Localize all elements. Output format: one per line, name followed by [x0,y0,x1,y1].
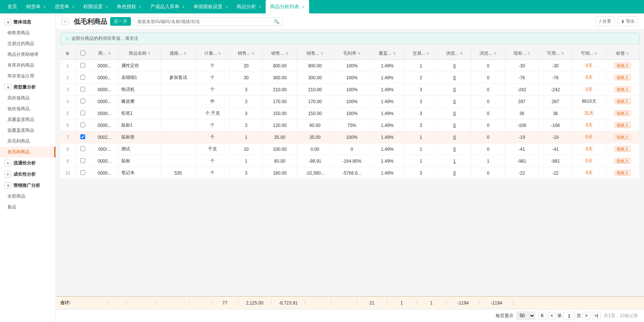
th-available[interactable]: 可用... ⇅ [539,47,572,60]
row-checkbox[interactable] [80,87,85,92]
cell-checkbox[interactable] [75,143,90,155]
search-input[interactable] [137,19,274,24]
cell-browse1[interactable]: 0 [438,167,471,179]
sidebar-item-high-margin[interactable]: 高毛利商品 [0,136,55,147]
filter-recent-month-btn[interactable]: 近一月 [110,17,131,26]
cell-browse1[interactable]: 1 [438,155,471,167]
sidebar-group-growth-title[interactable]: > 成长性分析 [0,169,55,180]
collapse-marketing-icon[interactable]: ∨ [4,182,11,189]
row-checkbox[interactable] [80,134,85,139]
cell-checkbox[interactable] [75,119,90,131]
row-checkbox[interactable] [80,99,85,103]
nav-role-auth[interactable]: 角色授权 × [112,0,146,13]
sidebar-item-new-goods[interactable]: 新品 [0,202,55,213]
collapse-circulation-icon[interactable]: > [4,160,11,166]
collapse-type-icon[interactable]: ∨ [4,84,11,90]
th-sale-qty[interactable]: 销售... ⇅ [229,47,263,60]
cell-browse1[interactable]: 0 [438,131,471,143]
cell-browse1[interactable]: 0 [438,84,471,96]
row-checkbox[interactable] [80,146,85,151]
th-unit[interactable]: 计量... ⇅ [196,47,229,60]
th-code[interactable]: 商... ⇅ [90,47,119,60]
row-checkbox[interactable] [80,122,85,127]
th-settings[interactable]: ⚙ [60,47,75,60]
sidebar-item-high-value[interactable]: 高价值商品 [0,93,55,103]
cell-checkbox[interactable] [75,131,90,143]
nav-product-analysis-list[interactable]: 商品分析列表 × [266,0,309,13]
nav-analysis-list-close[interactable]: × [302,4,304,9]
row-checkbox[interactable] [80,63,85,68]
sidebar-item-stock-funds[interactable]: 库存资金占用 [0,71,55,82]
sidebar-item-sales-goods[interactable]: 销售类商品 [0,28,55,38]
nav-permissions[interactable]: 权限设置 × [79,0,112,13]
cell-browse1[interactable]: 0 [438,72,471,84]
page-number-input[interactable] [563,312,575,320]
export-btn[interactable]: ⬇ 导出 [618,16,638,26]
sidebar-collapse-btn[interactable]: « [62,18,68,25]
last-page-btn[interactable]: >| [592,312,601,319]
sidebar-item-in-stock[interactable]: 有库存的商品 [0,60,55,71]
nav-role-close[interactable]: × [139,4,141,9]
th-trade-count[interactable]: 交易... ⇅ [404,47,438,60]
nav-purchase-close[interactable]: × [72,4,74,9]
th-current-stock[interactable]: 现有... ⇅ [505,47,538,60]
next-page-btn[interactable]: > [583,312,590,319]
row-checkbox[interactable] [80,158,85,163]
nav-template[interactable]: 单据模板设置 × [189,0,232,13]
nav-template-close[interactable]: × [225,4,228,9]
row-checkbox[interactable] [80,170,85,175]
cell-browse1[interactable]: 0 [438,143,471,155]
row-checkbox[interactable] [80,111,85,115]
nav-sales-close[interactable]: × [44,4,46,9]
cell-checkbox[interactable] [75,84,90,96]
cell-browse1[interactable]: 0 [438,96,471,108]
sidebar-group-type-title[interactable]: ∨ 类型量分析 [0,82,55,93]
cell-browse1[interactable]: 0 [438,60,471,72]
th-tag[interactable]: 标签 ⇅ [606,47,639,60]
sidebar-group-overall-title[interactable]: ∨ 整体信息 [0,16,55,28]
collapse-overall-icon[interactable]: ∨ [4,19,11,25]
sidebar-group-marketing-title[interactable]: ∨ 营销推广分析 [0,180,55,191]
nav-home[interactable]: 首页 [3,0,22,13]
th-sale-amount[interactable]: 销售... ⇅ [263,47,297,60]
th-name[interactable]: 商品名称 ⇅ [119,47,160,60]
cell-checkbox[interactable] [75,96,90,108]
cell-checkbox[interactable] [75,155,90,167]
sidebar-group-circulation-title[interactable]: > 流通性分析 [0,157,55,169]
th-saleable[interactable]: 可销... ⇅ [572,47,606,60]
sidebar-item-traded-goods[interactable]: 交易过的商品 [0,38,55,49]
sidebar-item-high-coverage[interactable]: 高覆盖度商品 [0,114,55,125]
cell-checkbox[interactable] [75,167,90,179]
page-size-select[interactable]: 50 100 200 [516,312,535,320]
share-btn[interactable]: ⤴ 分享 [596,16,615,26]
nav-analysis-close[interactable]: × [259,4,261,9]
sidebar-item-all-goods[interactable]: 全部商品 [0,191,55,202]
sidebar-item-low-value[interactable]: 低价值商品 [0,103,55,114]
th-sale-profit[interactable]: 销售... ⇅ [297,47,333,60]
sidebar-item-low-margin[interactable]: 低毛利商品 [0,147,55,157]
cell-checkbox[interactable] [75,72,90,84]
nav-sales[interactable]: 销货单 × [22,0,50,13]
nav-permissions-close[interactable]: × [106,4,108,9]
cell-browse1[interactable]: 0 [438,108,471,119]
nav-purchase[interactable]: 进货单 × [50,0,79,13]
th-spec[interactable]: 规格... ⇅ [160,47,196,60]
cell-checkbox[interactable] [75,108,90,119]
th-browse1[interactable]: 浏览... ⇅ [438,47,471,60]
select-all-checkbox[interactable] [80,51,85,55]
cell-browse1[interactable]: 0 [438,119,471,131]
sidebar-item-category-rate[interactable]: 商品分类助销率 [0,49,55,60]
nav-product-close[interactable]: × [182,4,185,9]
th-coverage[interactable]: 覆盖... ⇅ [371,47,404,60]
th-browse2[interactable]: 浏览... ⇅ [471,47,505,60]
row-checkbox[interactable] [80,75,85,80]
th-gross-margin[interactable]: 毛利率 ⇅ [333,47,371,60]
collapse-growth-icon[interactable]: > [4,171,11,178]
sidebar-item-low-coverage[interactable]: 低覆盖度商品 [0,125,55,136]
nav-product-analysis[interactable]: 商品分析 × [232,0,266,13]
cell-checkbox[interactable] [75,60,90,72]
th-checkbox[interactable] [75,47,90,60]
first-page-btn[interactable]: K [538,312,547,319]
nav-product-entry[interactable]: 产成品入库单 × [146,0,189,13]
prev-page-btn[interactable]: < [548,312,556,319]
